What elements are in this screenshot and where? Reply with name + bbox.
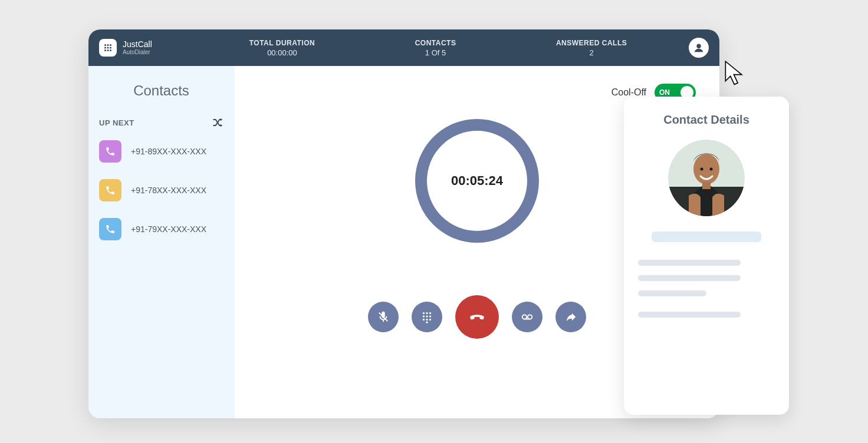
details-line-placeholder xyxy=(638,312,741,318)
dialpad-button[interactable] xyxy=(412,302,442,332)
stat-answered-calls: ANSWERED CALLS 2 xyxy=(556,39,627,57)
svg-point-6 xyxy=(104,49,106,51)
svg-point-22 xyxy=(522,315,527,319)
stat-label: ANSWERED CALLS xyxy=(556,39,627,47)
details-title: Contact Details xyxy=(638,113,775,127)
forward-icon xyxy=(564,310,577,323)
stat-total-duration: TOTAL DURATION 00:00:00 xyxy=(249,39,315,57)
brand-subtitle: AutoDialer xyxy=(123,49,152,55)
dialpad-icon xyxy=(103,42,113,53)
stat-value: 1 Of 5 xyxy=(415,48,456,57)
upnext-label: UP NEXT xyxy=(99,118,134,127)
header-stats: TOTAL DURATION 00:00:00 CONTACTS 1 Of 5 … xyxy=(199,39,677,57)
details-line-placeholder xyxy=(638,275,741,281)
svg-point-29 xyxy=(701,168,703,171)
svg-point-18 xyxy=(423,319,425,320)
svg-point-23 xyxy=(528,315,532,319)
svg-point-5 xyxy=(110,47,111,49)
stat-value: 2 xyxy=(556,48,627,57)
phone-icon xyxy=(99,218,121,240)
svg-point-15 xyxy=(423,315,425,317)
brand-text: JustCall AutoDialer xyxy=(123,40,152,55)
timer-value: 00:05:24 xyxy=(451,173,503,189)
svg-point-12 xyxy=(423,312,425,314)
mute-button[interactable] xyxy=(368,302,399,332)
cursor-icon xyxy=(721,59,750,88)
sidebar-title: Contacts xyxy=(99,82,223,99)
upnext-row: UP NEXT xyxy=(99,117,223,128)
voicemail-button[interactable] xyxy=(512,302,542,332)
svg-point-0 xyxy=(104,44,106,46)
phone-icon xyxy=(99,140,121,163)
svg-point-21 xyxy=(426,322,428,323)
app-header: JustCall AutoDialer TOTAL DURATION 00:00… xyxy=(88,29,719,66)
brand-name: JustCall xyxy=(123,40,152,49)
brand: JustCall AutoDialer xyxy=(99,39,199,57)
svg-point-3 xyxy=(104,47,106,49)
dialpad-icon xyxy=(420,310,433,323)
details-line-placeholder xyxy=(638,290,706,296)
shuffle-button[interactable] xyxy=(212,117,223,128)
svg-point-1 xyxy=(107,44,109,46)
contact-number: +91-79XX-XXX-XXX xyxy=(131,224,206,234)
hangup-button[interactable] xyxy=(455,295,499,339)
stat-contacts: CONTACTS 1 Of 5 xyxy=(415,39,456,57)
voicemail-icon xyxy=(521,310,534,323)
svg-point-20 xyxy=(429,319,431,320)
svg-point-13 xyxy=(426,312,428,314)
svg-point-4 xyxy=(107,47,109,49)
svg-point-16 xyxy=(426,315,428,317)
svg-point-30 xyxy=(710,168,713,171)
details-name-placeholder xyxy=(652,232,761,242)
contact-avatar xyxy=(668,140,745,216)
mute-icon xyxy=(377,310,390,323)
contacts-sidebar: Contacts UP NEXT +91-89XX-XXX-XXX xyxy=(88,66,235,418)
svg-point-2 xyxy=(110,44,111,46)
svg-point-14 xyxy=(429,312,431,314)
details-line-placeholder xyxy=(638,260,741,266)
contact-item[interactable]: +91-79XX-XXX-XXX xyxy=(99,218,223,240)
svg-point-10 xyxy=(696,44,701,48)
user-menu-button[interactable] xyxy=(689,38,709,58)
shuffle-icon xyxy=(212,117,223,128)
timer-ring: 00:05:24 xyxy=(415,119,539,243)
contact-number: +91-78XX-XXX-XXX xyxy=(131,186,206,195)
hangup-icon xyxy=(468,308,486,326)
contact-number: +91-89XX-XXX-XXX xyxy=(131,147,206,156)
svg-point-17 xyxy=(429,315,431,317)
svg-point-7 xyxy=(107,49,109,51)
svg-point-8 xyxy=(110,49,111,51)
svg-point-19 xyxy=(426,319,428,320)
stat-label: TOTAL DURATION xyxy=(249,39,315,47)
brand-logo xyxy=(99,39,117,57)
stat-value: 00:00:00 xyxy=(249,48,315,57)
contact-item[interactable]: +91-89XX-XXX-XXX xyxy=(99,140,223,163)
toggle-state-label: ON xyxy=(659,88,670,97)
phone-icon xyxy=(99,179,121,201)
stat-label: CONTACTS xyxy=(415,39,456,47)
contact-item[interactable]: +91-78XX-XXX-XXX xyxy=(99,179,223,201)
forward-button[interactable] xyxy=(555,302,586,332)
contact-details-panel: Contact Details xyxy=(624,97,789,415)
svg-rect-31 xyxy=(702,182,711,189)
user-icon xyxy=(692,41,705,54)
